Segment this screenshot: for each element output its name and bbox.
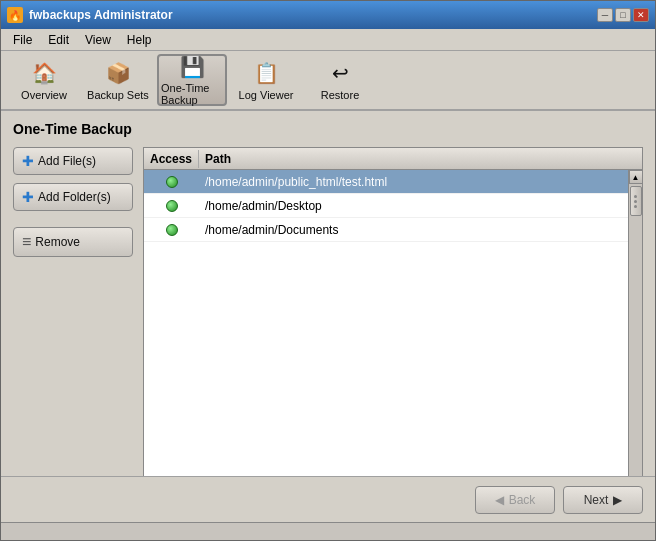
grip-dot [634,195,637,198]
maximize-button[interactable]: □ [615,8,631,22]
log-viewer-icon: 📋 [252,59,280,86]
titlebar-buttons: ─ □ ✕ [597,8,649,22]
content-wrapper: One-Time Backup ✚ Add File(s) ✚ Add Fold… [1,111,655,540]
titlebar-title: fwbackups Administrator [29,8,173,22]
remove-icon: ≡ [22,233,31,251]
toolbar-restore[interactable]: ↩ Restore [305,54,375,106]
table-row[interactable]: /home/admin/Desktop [144,194,642,218]
restore-icon: ↩ [326,59,354,86]
add-files-icon: ✚ [22,153,34,169]
grip-dot [634,205,637,208]
backup-sets-label: Backup Sets [87,89,149,101]
file-table: Access Path /home/admin/public_html/test… [143,147,643,476]
content-area: One-Time Backup ✚ Add File(s) ✚ Add Fold… [1,111,655,476]
toolbar-overview[interactable]: 🏠 Overview [9,54,79,106]
row-path-3: /home/admin/Documents [199,221,642,239]
backup-sets-icon: 📦 [104,59,132,86]
table-row[interactable]: /home/admin/Documents [144,218,642,242]
status-dot-3 [166,224,178,236]
overview-icon: 🏠 [30,59,58,86]
toolbar-log-viewer[interactable]: 📋 Log Viewer [231,54,301,106]
app-window: 🔥 fwbackups Administrator ─ □ ✕ File Edi… [0,0,656,541]
menu-help[interactable]: Help [119,31,160,49]
titlebar-left: 🔥 fwbackups Administrator [7,7,173,23]
titlebar: 🔥 fwbackups Administrator ─ □ ✕ [1,1,655,29]
next-button[interactable]: Next ▶ [563,486,643,514]
row-path-1: /home/admin/public_html/test.html [199,173,642,191]
sidebar-buttons: ✚ Add File(s) ✚ Add Folder(s) ≡ Remove [13,147,133,476]
row-path-2: /home/admin/Desktop [199,197,642,215]
menu-edit[interactable]: Edit [40,31,77,49]
next-label: Next [584,493,609,507]
scroll-thumb[interactable] [630,186,642,216]
restore-label: Restore [321,89,360,101]
row-access-2 [144,198,199,214]
close-button[interactable]: ✕ [633,8,649,22]
minimize-button[interactable]: ─ [597,8,613,22]
one-time-backup-label: One-Time Backup [161,82,223,106]
menu-file[interactable]: File [5,31,40,49]
add-folder-icon: ✚ [22,189,34,205]
toolbar-one-time-backup[interactable]: 💾 One-Time Backup [157,54,227,106]
back-label: Back [509,493,536,507]
add-folder-button[interactable]: ✚ Add Folder(s) [13,183,133,211]
next-arrow-icon: ▶ [613,493,622,507]
overview-label: Overview [21,89,67,101]
page-title: One-Time Backup [13,121,643,137]
table-row[interactable]: /home/admin/public_html/test.html [144,170,642,194]
scrollbar[interactable]: ▲ ▼ [628,170,642,476]
col-path-header: Path [199,150,642,168]
grip-dot [634,200,637,203]
grip-dots [631,187,641,215]
menu-view[interactable]: View [77,31,119,49]
log-viewer-label: Log Viewer [239,89,294,101]
table-body: /home/admin/public_html/test.html /home/… [144,170,642,476]
row-access-1 [144,174,199,190]
toolbar-backup-sets[interactable]: 📦 Backup Sets [83,54,153,106]
row-access-3 [144,222,199,238]
toolbar: 🏠 Overview 📦 Backup Sets 💾 One-Time Back… [1,51,655,111]
table-header: Access Path [144,148,642,170]
add-files-button[interactable]: ✚ Add File(s) [13,147,133,175]
menubar: File Edit View Help [1,29,655,51]
add-folder-label: Add Folder(s) [38,190,111,204]
scroll-up-arrow[interactable]: ▲ [629,170,643,184]
main-layout: ✚ Add File(s) ✚ Add Folder(s) ≡ Remove [13,147,643,476]
statusbar [1,522,655,540]
status-dot-2 [166,200,178,212]
remove-label: Remove [35,235,80,249]
back-button[interactable]: ◀ Back [475,486,555,514]
status-dot-1 [166,176,178,188]
col-access-header: Access [144,150,199,168]
remove-button[interactable]: ≡ Remove [13,227,133,257]
one-time-backup-icon: 💾 [178,55,206,79]
app-icon: 🔥 [7,7,23,23]
bottom-bar: ◀ Back Next ▶ [1,476,655,522]
back-arrow-icon: ◀ [495,493,504,507]
add-files-label: Add File(s) [38,154,96,168]
